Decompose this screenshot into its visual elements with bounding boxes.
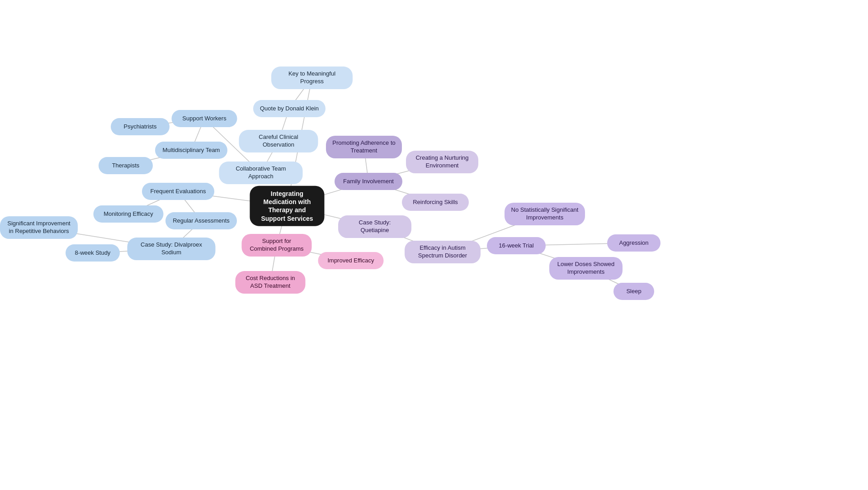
- node-monitoring[interactable]: Monitoring Efficacy: [94, 205, 164, 223]
- node-efficacy_autism[interactable]: Efficacy in Autism Spectrum Disorder: [405, 241, 481, 263]
- node-collaborative[interactable]: Collaborative Team Approach: [219, 162, 303, 184]
- node-family_involvement[interactable]: Family Involvement: [335, 173, 402, 190]
- node-regular_assess[interactable]: Regular Assessments: [165, 212, 237, 229]
- node-no_sig_improve[interactable]: No Statistically Significant Improvement…: [505, 203, 585, 225]
- node-promoting_adherence[interactable]: Promoting Adherence to Treatment: [326, 136, 402, 158]
- node-psychiatrists[interactable]: Psychiatrists: [111, 118, 170, 135]
- node-frequent_eval[interactable]: Frequent Evaluations: [142, 183, 214, 200]
- node-cost_reductions[interactable]: Cost Reductions in ASD Treatment: [236, 271, 306, 294]
- node-case_divalproex[interactable]: Case Study: Divalproex Sodium: [127, 238, 216, 260]
- node-therapists[interactable]: Therapists: [99, 157, 153, 174]
- node-lower_doses[interactable]: Lower Doses Showed Improvements: [549, 257, 623, 280]
- node-support_combined[interactable]: Support for Combined Programs: [242, 234, 312, 257]
- node-aggression[interactable]: Aggression: [607, 234, 660, 252]
- node-sixteen_week[interactable]: 16-week Trial: [487, 237, 546, 254]
- node-reinforcing_skills[interactable]: Reinforcing Skills: [402, 194, 469, 211]
- node-center[interactable]: Integrating Medication with Therapy and …: [250, 186, 325, 226]
- node-improved_efficacy[interactable]: Improved Efficacy: [318, 252, 384, 269]
- node-support_workers[interactable]: Support Workers: [172, 110, 237, 127]
- node-key_progress[interactable]: Key to Meaningful Progress: [271, 67, 353, 89]
- node-case_quetiapine[interactable]: Case Study: Quetiapine: [338, 215, 411, 238]
- node-sleep[interactable]: Sleep: [613, 283, 654, 300]
- mindmap-container: Integrating Medication with Therapy and …: [0, 0, 868, 490]
- node-multidisciplinary[interactable]: Multidisciplinary Team: [155, 142, 227, 159]
- node-creating_nurturing[interactable]: Creating a Nurturing Environment: [406, 151, 478, 173]
- node-careful_clinical[interactable]: Careful Clinical Observation: [239, 130, 318, 152]
- node-sig_improvement[interactable]: Significant Improvement in Repetitive Be…: [0, 216, 78, 239]
- node-eight_week[interactable]: 8-week Study: [66, 244, 120, 262]
- node-quote_klein[interactable]: Quote by Donald Klein: [253, 100, 326, 117]
